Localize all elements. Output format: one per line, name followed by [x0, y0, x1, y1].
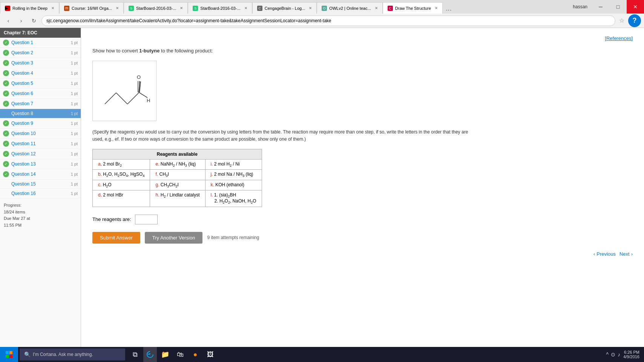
- question-item-4[interactable]: ✓Question 41 pt: [0, 68, 81, 78]
- due-time: 11:55 PM: [4, 223, 21, 227]
- url-input[interactable]: sjc.cengagenow.com/ilrn/takeAssignment/t…: [41, 15, 615, 26]
- chevron-icon[interactable]: ^: [606, 351, 609, 357]
- question-item-11[interactable]: ✓Question 111 pt: [0, 139, 81, 149]
- tab-7[interactable]: C Draw The Structure ✕: [383, 2, 443, 14]
- question-item-9[interactable]: ✓Question 91 pt: [0, 118, 81, 129]
- user-name: hassan: [568, 4, 592, 9]
- question-item-8[interactable]: Question 81 pt: [0, 109, 81, 118]
- close-button[interactable]: ✕: [627, 0, 644, 14]
- question-item-12[interactable]: ✓Question 121 pt: [0, 149, 81, 159]
- try-another-button[interactable]: Try Another Version: [145, 232, 203, 244]
- question-item-6[interactable]: ✓Question 61 pt: [0, 89, 81, 99]
- task-view-button[interactable]: ⧉: [128, 347, 142, 362]
- tab-favicon-7: C: [388, 6, 393, 11]
- check-icon-3: ✓: [3, 60, 9, 66]
- question-item-5[interactable]: ✓Question 51 pt: [0, 78, 81, 89]
- reagent-e: e. NaNH2 / NH3 (liq): [150, 159, 205, 169]
- points-12: 1 pt: [71, 152, 78, 156]
- support-button[interactable]: ?: [628, 14, 641, 27]
- address-bar: ‹ › ↻ sjc.cengagenow.com/ilrn/takeAssign…: [0, 14, 644, 28]
- tab-close-7[interactable]: ✕: [435, 6, 438, 10]
- attempts-text: 9 item attempts remaining: [207, 235, 259, 240]
- question-item-3[interactable]: ✓Question 31 pt: [0, 58, 81, 68]
- main-area: Chapter 7: EOC ✓Question 11 pt✓Question …: [0, 28, 644, 347]
- volume-icon[interactable]: ♪: [618, 351, 620, 357]
- question-item-16[interactable]: Question 161 pt: [0, 189, 81, 198]
- time-display: 6:26 PM: [623, 350, 639, 354]
- reagent-b: b. H2O, H2SO4, HgSO4: [93, 170, 150, 180]
- check-icon-14: ✓: [3, 171, 9, 177]
- previous-link[interactable]: ‹ Previous: [593, 251, 616, 257]
- next-link[interactable]: Next ›: [619, 251, 633, 257]
- content-area: [References] Show how to convert 1-butyn…: [81, 28, 644, 347]
- reagent-d: d. 2 mol HBr: [93, 190, 150, 207]
- tab-6[interactable]: O OWLv2 | Online teac... ✕: [317, 2, 382, 14]
- chrome-icon[interactable]: ●: [189, 347, 202, 362]
- chapter-header: Chapter 7: EOC: [0, 28, 81, 38]
- svg-line-2: [127, 93, 139, 104]
- reagent-l: l. 1. (sia)2BH 2. H2O2, NaOH, H2O: [205, 190, 262, 207]
- question-item-7[interactable]: ✓Question 71 pt: [0, 99, 81, 109]
- question-label-6: Question 6: [11, 91, 69, 96]
- points-10: 1 pt: [71, 131, 78, 136]
- bookmark-icon[interactable]: ☆: [618, 17, 626, 24]
- tab-favicon-5: C: [257, 6, 262, 11]
- tab-label-4: StarBoard-2016-03-...: [200, 6, 240, 11]
- tab-1[interactable]: ▶ Rolling in the Deep ✕: [0, 2, 59, 14]
- question-item-2[interactable]: ✓Question 21 pt: [0, 48, 81, 58]
- back-button[interactable]: ‹: [3, 15, 14, 26]
- tab-close-2[interactable]: ✕: [116, 6, 119, 10]
- points-14: 1 pt: [71, 172, 78, 176]
- photos-icon[interactable]: 🖼: [204, 347, 217, 362]
- references-link[interactable]: [References]: [605, 35, 633, 41]
- compound-name: 1-butyne: [139, 48, 159, 54]
- reload-button[interactable]: ↻: [29, 15, 39, 26]
- check-icon-9: ✓: [3, 120, 9, 126]
- network-icon[interactable]: ⊙: [611, 351, 615, 357]
- taskbar-icons: ⧉ 📁 🛍 ● 🖼: [128, 347, 217, 362]
- tab-close-4[interactable]: ✕: [244, 6, 247, 10]
- minimize-button[interactable]: ─: [592, 0, 609, 14]
- question-item-13[interactable]: ✓Question 131 pt: [0, 159, 81, 169]
- tab-3[interactable]: S StarBoard-2016-03-... ✕: [124, 2, 188, 14]
- tab-close-6[interactable]: ✕: [375, 6, 378, 10]
- points-6: 1 pt: [71, 91, 78, 96]
- system-icons: ^ ⊙ ♪: [606, 351, 621, 357]
- svg-text:O: O: [137, 74, 141, 80]
- reagent-h: h. H2 / Lindlar catalyst: [150, 190, 205, 207]
- answer-input[interactable]: [135, 215, 158, 224]
- progress-box: Progress: 18/24 items Due Mar 27 at 11:5…: [0, 198, 81, 232]
- check-icon-6: ✓: [3, 90, 9, 97]
- tab-close-1[interactable]: ✕: [51, 6, 54, 10]
- tab-close-3[interactable]: ✕: [180, 6, 183, 10]
- forward-button[interactable]: ›: [16, 15, 26, 26]
- tab-close-5[interactable]: ✕: [309, 6, 312, 10]
- tab-2[interactable]: m Course: 16/WI Orga... ✕: [59, 2, 124, 14]
- svg-rect-10: [6, 351, 9, 354]
- question-label-1: Question 1: [11, 40, 69, 45]
- question-list: ✓Question 11 pt✓Question 21 pt✓Question …: [0, 38, 81, 198]
- start-button[interactable]: [0, 347, 18, 362]
- buttons-row: Submit Answer Try Another Version 9 item…: [92, 232, 633, 244]
- check-icon-11: ✓: [3, 141, 9, 147]
- store-icon[interactable]: 🛍: [173, 347, 187, 362]
- tab-4[interactable]: S StarBoard-2016-03-... ✕: [188, 2, 252, 14]
- edge-icon[interactable]: [143, 347, 157, 362]
- reagent-g: g. CH3CH2I: [150, 180, 205, 190]
- submit-button[interactable]: Submit Answer: [92, 232, 140, 244]
- tab-5[interactable]: C CengageBrain - Log... ✕: [252, 2, 317, 14]
- svg-line-0: [105, 93, 116, 104]
- answer-label: The reagents are:: [92, 216, 131, 222]
- question-item-1[interactable]: ✓Question 11 pt: [0, 38, 81, 48]
- maximize-button[interactable]: □: [609, 0, 627, 14]
- svg-rect-13: [9, 355, 12, 358]
- cortana-search[interactable]: 🔍 I'm Cortana. Ask me anything.: [20, 348, 125, 360]
- tab-more[interactable]: ⋯: [443, 6, 455, 14]
- svg-line-8: [140, 93, 147, 98]
- question-item-14[interactable]: ✓Question 141 pt: [0, 169, 81, 179]
- points-11: 1 pt: [71, 141, 78, 146]
- question-item-15[interactable]: Question 151 pt: [0, 179, 81, 189]
- question-item-10[interactable]: ✓Question 101 pt: [0, 129, 81, 139]
- points-8: 1 pt: [71, 111, 78, 116]
- file-explorer-icon[interactable]: 📁: [158, 347, 172, 362]
